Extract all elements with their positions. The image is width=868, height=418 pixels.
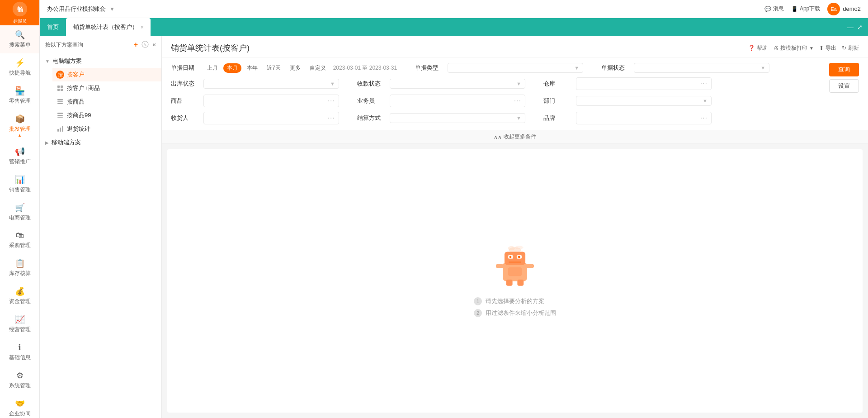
tree-item-goods99[interactable]: 按商品99 [52,109,161,122]
sidebar-item-wholesale[interactable]: 📦 批发管理 ▲ [0,109,39,142]
receiver-label: 收货人 [171,114,196,122]
out-status-label: 出库状态 [171,80,196,88]
tree-mobile-group[interactable]: ▶ 移动端方案 [40,136,161,149]
topbar-dropdown-icon[interactable]: ▼ [109,6,115,12]
date-more[interactable]: 更多 [286,63,304,73]
print-label: 按模板打印 [780,44,807,52]
print-btn[interactable]: 🖨 按模板打印 ▼ [773,44,814,52]
left-panel-header: 按以下方案查询 + ✎ « [40,36,161,54]
sidebar-item-search[interactable]: 🔍 搜索菜单 [0,25,39,53]
collapse-bar[interactable]: ∧∧ 收起更多条件 [162,130,868,144]
department-select[interactable]: ▼ [576,96,712,106]
tree-item-customer[interactable]: 按 按客户 [52,68,161,81]
goods-select[interactable]: ··· [203,95,339,107]
tab-expand-icon[interactable]: ⤢ [857,24,863,31]
receipt-status-select[interactable]: ▼ [390,79,525,89]
tree-item-goods[interactable]: 按商品 [52,95,161,109]
tab-minimize-icon[interactable]: — [847,24,854,31]
refresh-btn[interactable]: ↻ 刷新 [842,44,859,52]
marketing-icon: 📢 [15,147,25,157]
sidebar-menu: 🔍 搜索菜单 ⚡ 快捷导航 🏪 零售管理 📦 批发管理 ▲ 📢 营销推广 📊 销… [0,25,39,418]
tree-item-label: 退货统计 [67,125,90,133]
tab-sales-stats[interactable]: 销货单统计表（按客户） × [66,18,151,36]
date-last-month[interactable]: 上月 [203,63,222,73]
logo-text: 标报员 [13,18,27,24]
receiver-select[interactable]: ··· [203,112,339,124]
query-button[interactable]: 查询 [829,63,859,76]
date-7days[interactable]: 近7天 [263,63,284,73]
topbar: 办公用品行业模拟账套 ▼ 💬 消息 📱 App下载 Ea demo2 [40,0,868,18]
tree-desktop-group[interactable]: ▼ 电脑端方案 [40,54,161,68]
chart-icon [57,125,64,133]
sales-icon: 📊 [15,175,25,185]
svg-rect-8 [57,99,63,100]
date-custom[interactable]: 自定义 [306,63,330,73]
date-this-month[interactable]: 本月 [223,63,241,73]
sidebar-item-ecommerce[interactable]: 🛒 电商管理 [0,198,39,226]
brand-select[interactable]: ··· [576,112,712,124]
sidebar-item-basic[interactable]: ℹ 基础信息 [0,338,39,366]
out-status-select[interactable]: ▼ [203,79,339,89]
doc-type-dropdown-icon: ▼ [574,65,579,71]
operations-icon: 📈 [15,314,25,324]
sidebar-item-quicknav[interactable]: ⚡ 快捷导航 [0,53,39,81]
sidebar-item-sales[interactable]: 📊 销售管理 [0,170,39,198]
salesperson-select[interactable]: ··· [390,95,525,107]
sidebar-item-collab[interactable]: 🤝 企业协同 [0,394,39,418]
tree-mobile-arrow-icon: ▶ [45,140,49,145]
refresh-icon: ↻ [842,45,846,51]
page-content: 按以下方案查询 + ✎ « ▼ 电脑端方案 [40,36,868,418]
help-btn[interactable]: ❓ 帮助 [748,44,768,52]
collapse-panel-btn[interactable]: « [152,41,156,49]
receipt-status-label: 收款状态 [357,80,382,88]
tab-sales-stats-label: 销货单统计表（按客户） [73,23,138,31]
inventory-icon: 📋 [15,258,25,268]
edit-scheme-btn[interactable]: ✎ [142,41,149,49]
sidebar-item-purchase[interactable]: 🛍 采购管理 [0,226,39,254]
date-shortcuts: 上月 本月 本年 近7天 更多 自定义 2023-03-01 至 2023-03… [203,63,397,73]
tree-desktop-label: 电脑端方案 [52,57,82,65]
export-label: 导出 [826,44,836,52]
add-scheme-btn[interactable]: + [134,41,138,49]
empty-robot-illustration [492,245,538,290]
department-dropdown-icon: ▼ [703,98,708,104]
tree-item-customer-goods[interactable]: 按客户+商品 [52,81,161,95]
goods-dots: ··· [328,97,335,105]
export-btn[interactable]: ⬆ 导出 [819,44,836,52]
svg-rect-6 [57,89,60,91]
filter-area: 单据日期 上月 本月 本年 近7天 更多 自定义 2023-03-01 至 20… [162,57,868,130]
sidebar-item-label: 企业协同 [9,410,31,418]
doc-status-select[interactable]: ▼ [634,63,769,73]
tab-close-icon[interactable]: × [141,24,143,30]
quicknav-icon: ⚡ [15,58,25,68]
svg-rect-13 [57,117,63,118]
doc-type-select[interactable]: ▼ [448,63,583,73]
sidebar-item-inventory[interactable]: 📋 库存核算 [0,254,39,282]
sidebar-item-finance[interactable]: 💰 资金管理 [0,282,39,310]
user-avatar[interactable]: Ea [827,3,840,15]
message-btn[interactable]: 💬 消息 [764,5,784,13]
topbar-left: 办公用品行业模拟账套 ▼ [47,5,115,13]
sidebar-item-marketing[interactable]: 📢 营销推广 [0,142,39,170]
page-header-actions: ❓ 帮助 🖨 按模板打印 ▼ ⬆ 导出 ↻ 刷新 [748,44,859,52]
app-download-btn[interactable]: 📱 App下载 [791,5,820,13]
tree-item-return[interactable]: 退货统计 [52,122,161,136]
tab-home[interactable]: 首页 [40,18,66,36]
sidebar-item-retail[interactable]: 🏪 零售管理 [0,81,39,109]
payment-select[interactable]: ▼ [390,113,525,123]
sidebar-item-operations[interactable]: 📈 经营管理 [0,310,39,338]
svg-rect-30 [496,264,504,268]
filter-row-3: 商品 ··· 业务员 ··· 部门 [171,95,822,107]
sidebar-item-label: 营销推广 [9,158,31,166]
sidebar-item-system[interactable]: ⚙ 系统管理 [0,366,39,394]
setting-button[interactable]: 设置 [829,79,859,93]
svg-rect-29 [517,280,524,286]
tree-item-label: 按客户+商品 [67,84,100,92]
user-area[interactable]: Ea demo2 [827,3,861,15]
left-panel-title: 按以下方案查询 [45,41,83,49]
warehouse-select[interactable]: ··· [576,77,712,90]
app-title: 办公用品行业模拟账套 [47,5,106,13]
app-logo[interactable]: 畅 标报员 [0,0,39,25]
date-this-year[interactable]: 本年 [243,63,261,73]
empty-tips: 1 请先选择要分析的方案 2 用过滤条件来缩小分析范围 [474,297,556,317]
